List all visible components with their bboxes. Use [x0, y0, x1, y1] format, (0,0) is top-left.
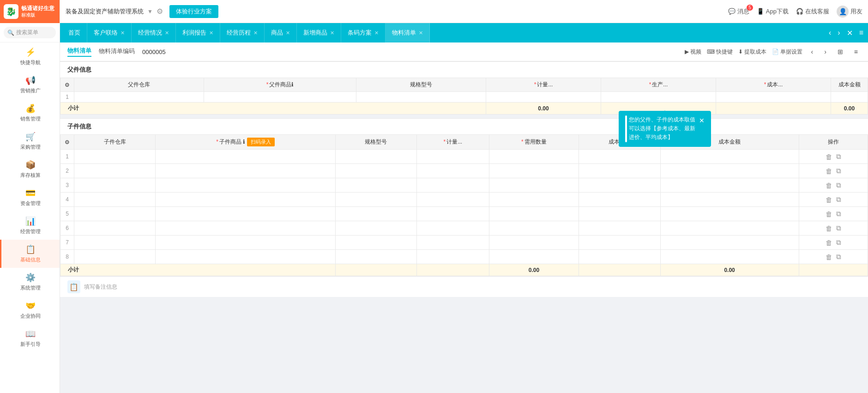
child-delete-btn-6[interactable]: 🗑: [825, 223, 833, 233]
action-video[interactable]: ▶ 视频: [685, 48, 701, 56]
sub-header-next-btn[interactable]: ›: [821, 46, 829, 57]
tab-bom[interactable]: 物料清单 ✕: [386, 23, 430, 42]
sub-tab-bom[interactable]: 物料清单: [67, 47, 91, 57]
nav-prev-btn[interactable]: ‹: [826, 27, 834, 39]
child-delete-btn-2[interactable]: 🗑: [825, 166, 833, 176]
sidebar-item-sales[interactable]: 💰 销售管理: [0, 99, 60, 127]
child-qty-7[interactable]: [489, 236, 579, 250]
child-copy-btn-5[interactable]: ⧉: [835, 209, 842, 219]
sidebar-item-guide[interactable]: 📖 新手引导: [0, 324, 60, 352]
sub-tab-bom-code[interactable]: 物料清单编码: [99, 47, 135, 56]
child-delete-btn-5[interactable]: 🗑: [825, 209, 833, 219]
sidebar-item-marketing[interactable]: 📢 营销推广: [0, 71, 60, 99]
tab-operations-close[interactable]: ✕: [165, 30, 169, 36]
child-unit-cost-3[interactable]: [579, 178, 660, 193]
child-delete-btn-4[interactable]: 🗑: [825, 194, 833, 205]
child-qty-6[interactable]: [489, 221, 579, 236]
parent-cost-1[interactable]: [716, 92, 831, 103]
message-badge-item[interactable]: 💬 消息 5: [728, 7, 749, 16]
child-unit-cost-6[interactable]: [579, 221, 660, 236]
parent-unit-1[interactable]: [486, 92, 601, 103]
child-goods-1[interactable]: [156, 150, 335, 164]
child-qty-1[interactable]: [489, 150, 579, 164]
child-spec-3[interactable]: [335, 178, 416, 193]
parent-produce-1[interactable]: [601, 92, 716, 103]
sidebar-item-basic-info[interactable]: 📋 基础信息: [0, 240, 60, 268]
trial-button[interactable]: 体验行业方案: [169, 5, 218, 18]
tab-barcode[interactable]: 条码方案 ✕: [341, 23, 386, 42]
app-download-item[interactable]: 📱 App下载: [757, 7, 789, 16]
child-warehouse-2[interactable]: [74, 164, 156, 178]
child-unit-cost-5[interactable]: [579, 207, 660, 221]
tab-barcode-close[interactable]: ✕: [374, 30, 379, 36]
child-qty-8[interactable]: [489, 250, 579, 264]
tab-goods[interactable]: 商品 ✕: [265, 23, 297, 42]
child-goods-7[interactable]: [156, 236, 335, 250]
child-warehouse-4[interactable]: [74, 193, 156, 207]
sidebar-item-inventory[interactable]: 📦 库存核算: [0, 155, 60, 183]
online-service-item[interactable]: 🎧 在线客服: [796, 7, 829, 16]
child-qty-4[interactable]: [489, 193, 579, 207]
tab-customer-close[interactable]: ✕: [121, 30, 125, 36]
child-copy-btn-3[interactable]: ⧉: [835, 180, 842, 190]
child-unit-7[interactable]: [417, 236, 489, 250]
nav-next-btn[interactable]: ›: [835, 27, 843, 39]
child-unit-cost-4[interactable]: [579, 193, 660, 207]
tab-operations[interactable]: 经营情况 ✕: [132, 23, 176, 42]
child-spec-4[interactable]: [335, 193, 416, 207]
search-box[interactable]: 🔍 搜索菜单: [4, 27, 56, 38]
child-unit-8[interactable]: [417, 250, 489, 264]
child-unit-3[interactable]: [417, 178, 489, 193]
parent-spec-1[interactable]: [356, 92, 486, 103]
sidebar-item-quicknav[interactable]: ⚡ 快捷导航: [0, 42, 60, 71]
child-spec-7[interactable]: [335, 236, 416, 250]
child-copy-btn-8[interactable]: ⧉: [835, 252, 842, 262]
child-unit-6[interactable]: [417, 221, 489, 236]
child-unit-cost-2[interactable]: [579, 164, 660, 178]
user-info[interactable]: 👤 用友: [837, 6, 862, 18]
th-settings[interactable]: ⚙: [60, 78, 74, 92]
child-warehouse-3[interactable]: [74, 178, 156, 193]
tooltip-close-btn[interactable]: ✕: [699, 115, 705, 126]
sidebar-item-system[interactable]: ⚙️ 系统管理: [0, 268, 60, 296]
nav-menu-btn[interactable]: ≡: [856, 27, 866, 39]
tab-home[interactable]: 首页: [62, 23, 87, 42]
child-spec-5[interactable]: [335, 207, 416, 221]
child-warehouse-5[interactable]: [74, 207, 156, 221]
child-delete-btn-1[interactable]: 🗑: [825, 151, 833, 162]
child-goods-3[interactable]: [156, 178, 335, 193]
child-copy-btn-6[interactable]: ⧉: [835, 223, 842, 233]
child-warehouse-1[interactable]: [74, 150, 156, 164]
child-warehouse-7[interactable]: [74, 236, 156, 250]
child-copy-btn-7[interactable]: ⧉: [835, 237, 842, 248]
sidebar-item-finance[interactable]: 💳 资金管理: [0, 183, 60, 212]
action-shortcut[interactable]: ⌨ 快捷键: [707, 48, 733, 56]
child-unit-5[interactable]: [417, 207, 489, 221]
child-spec-1[interactable]: [335, 150, 416, 164]
child-unit-cost-1[interactable]: [579, 150, 660, 164]
tab-new-goods[interactable]: 新增商品 ✕: [297, 23, 341, 42]
sub-header-prev-btn[interactable]: ‹: [808, 46, 816, 57]
child-qty-5[interactable]: [489, 207, 579, 221]
child-unit-1[interactable]: [417, 150, 489, 164]
child-warehouse-6[interactable]: [74, 221, 156, 236]
child-goods-2[interactable]: [156, 164, 335, 178]
tab-profit-close[interactable]: ✕: [209, 30, 213, 36]
parent-warehouse-1[interactable]: [74, 92, 204, 103]
child-copy-btn-4[interactable]: ⧉: [835, 194, 842, 205]
tab-goods-close[interactable]: ✕: [286, 30, 290, 36]
child-goods-5[interactable]: [156, 207, 335, 221]
scan-button[interactable]: 扫码录入: [247, 138, 275, 146]
sidebar-item-operations[interactable]: 📊 经营管理: [0, 212, 60, 240]
child-goods-6[interactable]: [156, 221, 335, 236]
child-spec-2[interactable]: [335, 164, 416, 178]
sub-header-collapse-btn[interactable]: ≡: [851, 46, 861, 57]
sidebar-item-collab[interactable]: 🤝 企业协同: [0, 296, 60, 324]
child-delete-btn-3[interactable]: 🗑: [825, 180, 833, 190]
child-spec-8[interactable]: [335, 250, 416, 264]
action-extract-cost[interactable]: ⬇ 提取成本: [738, 48, 766, 56]
child-copy-btn-1[interactable]: ⧉: [835, 151, 842, 162]
tab-history[interactable]: 经营历程 ✕: [220, 23, 265, 42]
action-doc-settings[interactable]: 📄 单据设置: [772, 48, 802, 56]
dropdown-arrow-icon[interactable]: ▼: [147, 8, 153, 15]
